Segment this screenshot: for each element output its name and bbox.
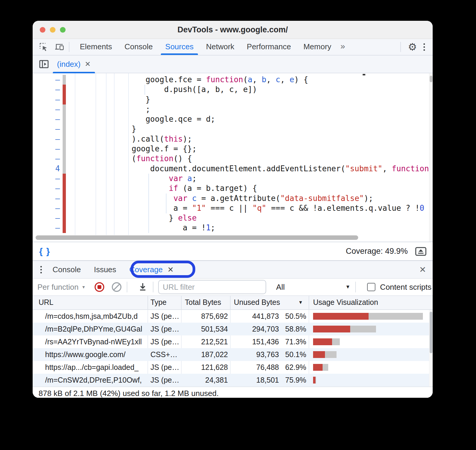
gutter-line-marker[interactable]: – bbox=[33, 154, 60, 164]
row-total-bytes: 875,692 bbox=[201, 310, 228, 323]
gutter-line-marker[interactable]: – bbox=[33, 194, 60, 203]
gutter-line-marker[interactable]: – bbox=[33, 104, 60, 114]
tab-elements[interactable]: Elements bbox=[74, 39, 118, 55]
gear-icon[interactable]: ⚙ bbox=[408, 42, 417, 52]
row-unused-percent: 50.1% bbox=[285, 348, 306, 361]
export-download-icon[interactable] bbox=[137, 282, 148, 292]
gutter-line-marker[interactable]: – bbox=[33, 95, 60, 104]
usage-visualization-bar bbox=[313, 338, 340, 345]
code-line: – } bbox=[33, 124, 426, 134]
tab-performance[interactable]: Performance bbox=[241, 39, 297, 55]
tab-console[interactable]: Console bbox=[118, 39, 159, 55]
row-url: /m=B2qlPe,DhPYme,GU4Gal bbox=[45, 323, 142, 335]
gutter-line-marker[interactable]: – bbox=[33, 75, 60, 85]
code-lines: – google.fce = function(a, b, c, e) {– d… bbox=[33, 75, 426, 233]
stop-recording-icon[interactable] bbox=[94, 282, 105, 292]
gutter-line-marker[interactable]: – bbox=[33, 203, 60, 213]
row-total-bytes: 24,381 bbox=[205, 374, 228, 386]
gutter-line-marker[interactable]: – bbox=[33, 134, 60, 144]
table-vertical-scrollbar[interactable] bbox=[429, 310, 433, 386]
drawer-tab-coverage[interactable]: Coverage✕ bbox=[123, 265, 180, 274]
code-line: – } else bbox=[33, 213, 426, 223]
row-unused-percent: 62.9% bbox=[285, 361, 306, 374]
table-row[interactable]: /m=cdos,hsm,jsa,mb4ZUb,dJS (pe…875,69244… bbox=[33, 310, 433, 323]
row-type: JS (pe… bbox=[150, 335, 179, 348]
code-line: – (function() { bbox=[33, 154, 426, 164]
coverage-table: URL Type Total Bytes Unused Bytes ▼ Usag… bbox=[33, 296, 433, 386]
sidebar-toggle-icon[interactable] bbox=[39, 59, 49, 69]
table-row[interactable]: https://ap.../cb=gapi.loaded_JS (pe…121,… bbox=[33, 361, 433, 374]
editor-status-bar: { } Coverage: 49.9% bbox=[33, 242, 433, 260]
coverage-gutter-strip bbox=[63, 183, 66, 193]
row-type: JS (pe… bbox=[150, 374, 179, 386]
table-row[interactable]: /m=B2qlPe,DhPYme,GU4GalJS (pe…501,534294… bbox=[33, 323, 433, 335]
row-unused-bytes: 76,488 bbox=[256, 361, 279, 374]
kebab-menu-icon[interactable] bbox=[420, 42, 429, 53]
sort-descending-icon[interactable]: ▼ bbox=[298, 296, 303, 309]
tab-sources[interactable]: Sources bbox=[159, 39, 200, 55]
row-unused-percent: 58.8% bbox=[285, 323, 306, 335]
drawer-tab-console[interactable]: Console bbox=[46, 265, 87, 274]
table-row[interactable]: /rs=AA2YrTvBynad-nWEy1xllJS (pe…212,5211… bbox=[33, 335, 433, 348]
gutter-line-marker[interactable]: – bbox=[33, 144, 60, 154]
clear-coverage-icon[interactable] bbox=[111, 282, 122, 292]
coverage-summary-bar: 878 kB of 2.1 MB (42%) used so far, 1.2 … bbox=[33, 386, 433, 398]
content-scripts-label: Content scripts bbox=[380, 283, 431, 292]
close-drawer-icon[interactable]: ✕ bbox=[419, 265, 426, 275]
close-file-tab-icon[interactable]: ✕ bbox=[85, 60, 91, 68]
code-line: – google.f = {}; bbox=[33, 144, 426, 154]
gutter-line-marker[interactable]: – bbox=[33, 85, 60, 94]
row-unused-percent: 50.5% bbox=[285, 310, 306, 323]
code-line: – } bbox=[33, 95, 426, 104]
coverage-mode-dropdown[interactable]: Per function▼ bbox=[37, 283, 86, 292]
tab-memory[interactable]: Memory bbox=[297, 39, 337, 55]
column-header-type[interactable]: Type bbox=[150, 296, 166, 309]
gutter-line-marker[interactable]: – bbox=[33, 124, 60, 134]
drawer-tab-issues[interactable]: Issues bbox=[87, 265, 123, 274]
column-header-url[interactable]: URL bbox=[39, 296, 53, 309]
drawer-tab-bar: Console Issues Coverage✕ ✕ bbox=[33, 260, 433, 279]
code-editor[interactable]: – google.fce = function(a, b, c, e) {– d… bbox=[33, 73, 433, 242]
eject-icon[interactable] bbox=[415, 247, 427, 256]
column-header-usage-visualization[interactable]: Usage Visualization bbox=[313, 296, 378, 309]
file-tab-index[interactable]: (index) ✕ bbox=[53, 56, 95, 73]
table-row[interactable]: /m=CnSW2d,DPreE,P10Owf,JS (pe…24,38118,5… bbox=[33, 374, 433, 386]
gutter-line-marker[interactable]: 4 bbox=[33, 164, 60, 174]
code-line: 4 document.documentElement.addEventListe… bbox=[33, 164, 426, 174]
code-line: – var a; bbox=[33, 174, 426, 183]
usage-visualization-bar bbox=[313, 313, 423, 320]
gutter-line-marker[interactable]: – bbox=[33, 213, 60, 223]
coverage-percent-label: Coverage: 49.9% bbox=[346, 247, 408, 256]
row-url: /m=cdos,hsm,jsa,mb4ZUb,d bbox=[45, 310, 138, 323]
gutter-line-marker[interactable]: – bbox=[33, 174, 60, 183]
column-header-unused-bytes[interactable]: Unused Bytes bbox=[234, 296, 280, 309]
coverage-table-header: URL Type Total Bytes Unused Bytes ▼ Usag… bbox=[33, 296, 433, 310]
editor-vertical-scrollbar[interactable] bbox=[429, 73, 433, 242]
type-filter-value: All bbox=[276, 283, 285, 292]
url-filter-input[interactable] bbox=[158, 280, 266, 294]
gutter-line-marker[interactable]: – bbox=[33, 223, 60, 233]
pretty-print-icon[interactable]: { } bbox=[39, 246, 50, 256]
editor-horizontal-scrollbar[interactable] bbox=[36, 235, 358, 240]
code-line: – if (a = b.target) { bbox=[33, 183, 426, 193]
coverage-gutter-strip bbox=[63, 85, 66, 94]
type-filter-dropdown[interactable]: All▼ bbox=[276, 283, 350, 292]
column-header-total-bytes[interactable]: Total Bytes bbox=[185, 296, 221, 309]
drawer-kebab-menu-icon[interactable] bbox=[36, 264, 46, 275]
code-line: – a = !1; bbox=[33, 223, 426, 233]
more-tabs-icon[interactable]: » bbox=[337, 39, 348, 55]
device-toolbar-icon[interactable] bbox=[55, 42, 65, 52]
table-row[interactable]: https://www.google.com/CSS+…187,02293,76… bbox=[33, 348, 433, 361]
gutter-line-marker[interactable]: – bbox=[33, 183, 60, 193]
row-unused-percent: 75.9% bbox=[285, 374, 306, 386]
tab-network[interactable]: Network bbox=[200, 39, 240, 55]
inspect-icon[interactable] bbox=[39, 42, 49, 52]
content-scripts-checkbox[interactable] bbox=[367, 283, 375, 291]
gutter-line-marker[interactable]: – bbox=[33, 114, 60, 124]
row-total-bytes: 121,628 bbox=[201, 361, 228, 374]
row-type: JS (pe… bbox=[150, 361, 179, 374]
coverage-gutter-strip bbox=[63, 174, 66, 183]
coverage-gutter-strip bbox=[63, 95, 66, 104]
row-type: JS (pe… bbox=[150, 323, 179, 335]
close-coverage-tab-icon[interactable]: ✕ bbox=[167, 265, 174, 274]
